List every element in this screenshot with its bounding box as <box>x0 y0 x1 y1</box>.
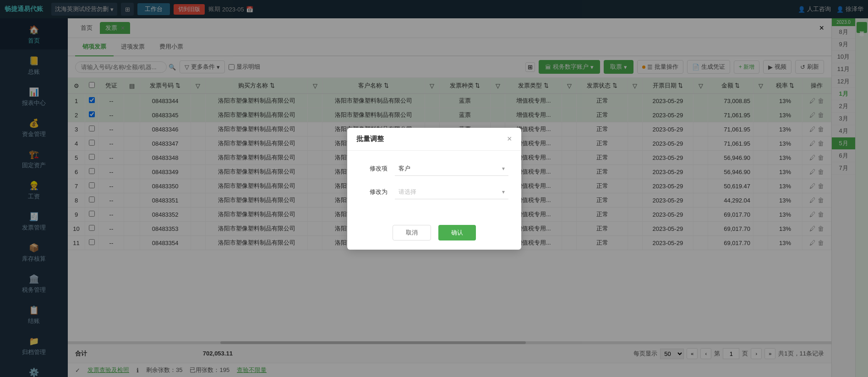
modify-value-dropdown[interactable]: 请选择 ▾ <box>395 185 508 199</box>
modify-value-placeholder: 请选择 <box>399 188 416 196</box>
cancel-btn[interactable]: 取消 <box>393 225 431 240</box>
field-dropdown-arrow-icon: ▾ <box>502 165 505 172</box>
modal-footer: 取消 确认 <box>347 219 521 250</box>
modal-body: 修改项 客户 ▾ 修改为 请选择 ▾ <box>347 151 521 219</box>
modify-value-label: 修改为 <box>360 188 388 196</box>
modal-header: 批量调整 × <box>347 128 521 151</box>
modify-field-row: 修改项 客户 ▾ <box>360 162 508 176</box>
value-dropdown-arrow-icon: ▾ <box>502 189 505 195</box>
modify-field-label: 修改项 <box>360 164 388 173</box>
confirm-btn[interactable]: 确认 <box>438 225 476 240</box>
modal-close-btn[interactable]: × <box>507 134 512 144</box>
modal-title: 批量调整 <box>356 135 384 143</box>
batch-adjust-modal: 批量调整 × 修改项 客户 ▾ 修改为 请选择 ▾ 取消 确认 <box>347 128 521 250</box>
modal-overlay: 批量调整 × 修改项 客户 ▾ 修改为 请选择 ▾ 取消 确认 <box>0 0 868 377</box>
modify-field-dropdown[interactable]: 客户 ▾ <box>395 162 508 176</box>
modify-value-row: 修改为 请选择 ▾ <box>360 185 508 199</box>
modify-field-value: 客户 <box>399 164 410 173</box>
